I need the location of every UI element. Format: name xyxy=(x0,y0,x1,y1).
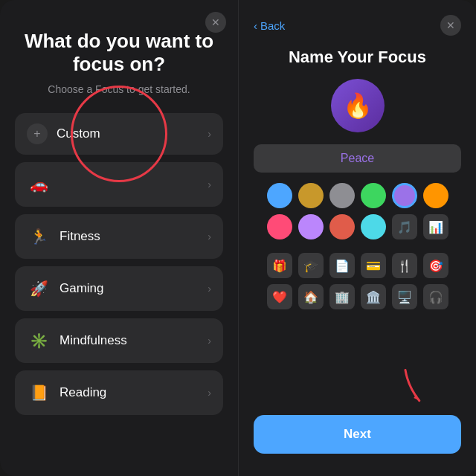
icon-bank[interactable]: 🏛️ xyxy=(361,284,386,309)
icon-placeholder-1[interactable]: 🎵 xyxy=(392,214,417,239)
focus-emoji-icon: 🔥 xyxy=(343,91,373,120)
fitness-icon: 🏃 xyxy=(27,225,51,248)
menu-item-driving[interactable]: 🚗 › xyxy=(15,162,223,207)
color-green[interactable] xyxy=(361,183,386,208)
icon-office[interactable]: 🏢 xyxy=(329,284,355,309)
icon-audio[interactable]: 🎧 xyxy=(423,284,448,309)
next-button-label: Next xyxy=(344,427,371,442)
menu-item-mindfulness[interactable]: ✳️ Mindfulness › xyxy=(15,318,223,363)
custom-item-label: Custom xyxy=(57,126,199,141)
left-subtitle: Choose a Focus to get started. xyxy=(48,83,190,95)
back-chevron-icon: ‹ xyxy=(254,19,257,32)
color-purple[interactable] xyxy=(392,183,417,208)
icon-computer[interactable]: 🖥️ xyxy=(392,284,417,309)
reading-icon: 📙 xyxy=(27,381,51,405)
icon-placeholder-2[interactable]: 📊 xyxy=(423,214,448,239)
add-icon: + xyxy=(27,123,48,144)
icon-education[interactable]: 🎓 xyxy=(298,253,324,278)
mindfulness-chevron-icon: › xyxy=(208,335,211,347)
menu-item-custom[interactable]: + Custom › xyxy=(15,113,223,155)
focus-name-input[interactable] xyxy=(254,144,461,173)
mindfulness-item-label: Mindfulness xyxy=(60,333,199,348)
color-pink[interactable] xyxy=(267,214,292,239)
left-close-icon: ✕ xyxy=(211,16,220,28)
color-orange[interactable] xyxy=(423,183,448,208)
icon-health[interactable]: ❤️ xyxy=(267,284,292,309)
icon-games[interactable]: 🎯 xyxy=(423,253,448,278)
icon-document[interactable]: 📄 xyxy=(329,253,355,278)
right-close-icon: ✕ xyxy=(446,19,455,31)
next-button[interactable]: Next xyxy=(254,415,461,454)
color-red[interactable] xyxy=(329,214,355,239)
icon-row-1: 🎁 🎓 📄 💳 🍴 🎯 xyxy=(254,253,461,278)
color-gold[interactable] xyxy=(298,183,324,208)
color-blue[interactable] xyxy=(267,183,292,208)
menu-item-fitness[interactable]: 🏃 Fitness › xyxy=(15,214,223,259)
color-row-1 xyxy=(254,183,461,208)
next-arrow-indicator xyxy=(394,364,439,409)
menu-item-reading[interactable]: 📙 Reading › xyxy=(15,370,223,415)
fitness-chevron-icon: › xyxy=(208,231,211,242)
right-title: Name Your Focus xyxy=(289,48,426,67)
right-panel: ‹ Back ✕ Name Your Focus 🔥 🎵 📊 xyxy=(238,0,476,476)
color-picker: 🎵 📊 xyxy=(254,183,461,245)
driving-chevron-icon: › xyxy=(208,178,211,190)
color-cyan[interactable] xyxy=(361,214,386,239)
focus-icon: 🔥 xyxy=(331,79,385,132)
right-header: ‹ Back ✕ xyxy=(254,15,461,36)
menu-item-gaming[interactable]: 🚀 Gaming › xyxy=(15,266,223,311)
color-lavender[interactable] xyxy=(298,214,324,239)
driving-icon: 🚗 xyxy=(27,173,51,196)
icon-dining[interactable]: 🍴 xyxy=(392,253,417,278)
icon-row-2: ❤️ 🏠 🏢 🏛️ 🖥️ 🎧 xyxy=(254,284,461,309)
right-close-button[interactable]: ✕ xyxy=(440,15,461,36)
gaming-item-label: Gaming xyxy=(60,281,199,296)
reading-item-label: Reading xyxy=(60,385,199,400)
color-row-2: 🎵 📊 xyxy=(254,214,461,239)
icon-picker: 🎁 🎓 📄 💳 🍴 🎯 ❤️ 🏠 🏢 🏛️ 🖥️ 🎧 xyxy=(254,253,461,315)
icon-card[interactable]: 💳 xyxy=(361,253,386,278)
mindfulness-icon: ✳️ xyxy=(27,329,51,353)
custom-chevron-icon: › xyxy=(208,128,211,140)
menu-list: + Custom › 🚗 › 🏃 Fitness › 🚀 Gaming › ✳️… xyxy=(15,113,223,415)
icon-gift[interactable]: 🎁 xyxy=(267,253,292,278)
back-label: Back xyxy=(260,19,285,32)
color-gray[interactable] xyxy=(329,183,355,208)
left-panel: ✕ What do you want to focus on? Choose a… xyxy=(0,0,238,476)
reading-chevron-icon: › xyxy=(208,387,211,399)
fitness-item-label: Fitness xyxy=(60,229,199,244)
left-title: What do you want to focus on? xyxy=(15,30,223,76)
gaming-chevron-icon: › xyxy=(208,283,211,295)
gaming-icon: 🚀 xyxy=(27,277,51,300)
icon-home[interactable]: 🏠 xyxy=(298,284,324,309)
back-button[interactable]: ‹ Back xyxy=(254,19,285,32)
left-close-button[interactable]: ✕ xyxy=(205,12,226,33)
